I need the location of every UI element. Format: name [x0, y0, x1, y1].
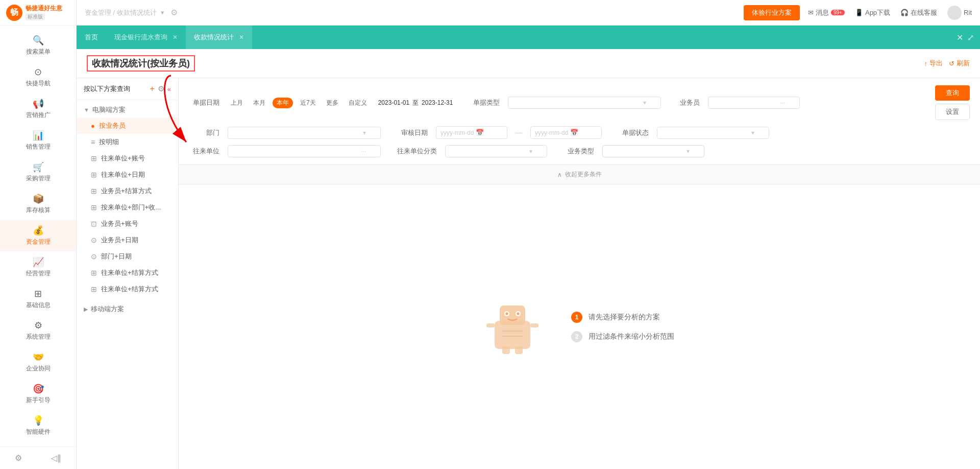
sidebar-label-operations: 经营管理: [26, 269, 51, 278]
dept-date-icon: ⊙: [91, 252, 97, 261]
main-area: 资金管理 / 收款情况统计 ▾ ⚙ 体验行业方案 ✉ 消息 99+ 📱 App下…: [77, 0, 980, 469]
finance-icon: 💰: [33, 225, 44, 236]
collapse-sidebar-icon[interactable]: ◁∥: [51, 453, 61, 463]
tab-home[interactable]: 首页: [77, 26, 106, 49]
partner-class-select[interactable]: ▾: [445, 145, 547, 157]
scheme-item-salesperson-settlement[interactable]: ⊞ 业务员+结算方式: [77, 183, 178, 199]
date-btn-7days[interactable]: 近7天: [297, 98, 319, 108]
logo-icon: 畅: [6, 5, 22, 21]
salesperson-dots[interactable]: ···: [780, 99, 785, 106]
scheme-settings-icon[interactable]: ⚙: [158, 84, 164, 93]
breadcrumb-dropdown-icon[interactable]: ▾: [161, 9, 164, 16]
scheme-item-dept-date[interactable]: ⊙ 部门+日期: [77, 248, 178, 265]
empty-steps: 1 请先选择要分析的方案 2 用过滤条件来缩小分析范围: [571, 312, 674, 342]
review-date-label: 审核日期: [397, 128, 428, 137]
sidebar-item-operations[interactable]: 📈 经营管理: [0, 251, 76, 283]
scheme-group-mobile: ▶ 移动端方案: [77, 299, 178, 319]
service-label: 在线客服: [911, 8, 937, 17]
collection-stats-tab-label: 收款情况统计: [194, 33, 234, 42]
add-scheme-icon[interactable]: +: [150, 84, 154, 93]
sidebar-label-purchase: 采购管理: [26, 174, 51, 183]
review-date-to[interactable]: yyyy-mm-dd 📅: [530, 126, 602, 139]
scheme-item-salesperson-account[interactable]: ⊡ 业务员+账号: [77, 216, 178, 232]
sidebar-item-search-menu[interactable]: 🔍 搜索菜单: [0, 30, 76, 61]
scheme-item-partner-settlement1[interactable]: ⊞ 往来单位+结算方式: [77, 265, 178, 281]
sidebar-label-system: 系统管理: [26, 333, 51, 341]
left-panel-header-text: 按以下方案查询: [84, 84, 130, 93]
refresh-icon: ↺: [949, 60, 954, 67]
app-download-label: App下载: [865, 8, 890, 17]
scheme-item-partner-account[interactable]: ⊞ 往来单位+账号: [77, 150, 178, 167]
doc-status-label: 单据状态: [618, 128, 649, 137]
breadcrumb-text: 资金管理 / 收款情况统计: [85, 8, 157, 17]
biz-type-select[interactable]: ▾: [602, 145, 704, 157]
app-download-item[interactable]: 📱 App下载: [855, 8, 890, 17]
collapse-more-btn[interactable]: ∧ 收起更多条件: [179, 165, 980, 184]
sidebar-item-wechat[interactable]: 💬 企业微信: [0, 441, 76, 447]
partner-select[interactable]: ···: [228, 145, 381, 157]
message-item[interactable]: ✉ 消息 99+: [808, 8, 845, 17]
sidebar-nav: 🔍 搜索菜单 ⊙ 快捷导航 📢 营销推广 📊 销售管理 🛒 采购管理 📦 库存核…: [0, 26, 76, 447]
sidebar-label-marketing: 营销推广: [26, 111, 51, 120]
refresh-btn[interactable]: ↺ 刷新: [949, 59, 970, 68]
sidebar-item-sales[interactable]: 📊 销售管理: [0, 125, 76, 156]
scheme-item-salesperson-date[interactable]: ⊙ 业务员+日期: [77, 232, 178, 248]
doc-status-select[interactable]: ▾: [657, 127, 769, 139]
scheme-group-header-desktop[interactable]: ▼ 电脑端方案: [77, 102, 178, 118]
settings-bottom-icon[interactable]: ⚙: [15, 453, 22, 463]
filter-row-3: 往来单位 ··· 往来单位分类 ▾ 业务类型: [189, 145, 970, 157]
scheme-item-by-salesperson[interactable]: ● 按业务员: [77, 118, 178, 134]
date-btn-last-month[interactable]: 上月: [228, 98, 246, 108]
user-item[interactable]: Rit: [947, 6, 972, 20]
doc-type-select[interactable]: ▾: [508, 97, 661, 109]
export-btn[interactable]: ↑ 导出: [924, 59, 943, 68]
date-btn-custom[interactable]: 自定义: [346, 98, 370, 108]
date-picker-to-icon[interactable]: 📅: [570, 129, 578, 136]
online-service-item[interactable]: 🎧 在线客服: [900, 8, 937, 17]
sidebar-item-inventory[interactable]: 📦 库存核算: [0, 188, 76, 220]
date-picker-from-icon[interactable]: 📅: [476, 129, 484, 136]
date-btn-more[interactable]: 更多: [323, 98, 341, 108]
scheme-item-partner-settlement2[interactable]: ⊞ 往来单位+结算方式: [77, 281, 178, 297]
right-panel: 单据日期 上月 本月 本年 近7天 更多 自定义 2023-01-01 至: [179, 78, 980, 469]
scheme-item-partner-date[interactable]: ⊞ 往来单位+日期: [77, 167, 178, 183]
svg-rect-11: [515, 346, 523, 354]
date-btn-this-year[interactable]: 本年: [273, 98, 293, 108]
scheme-group-header-mobile[interactable]: ▶ 移动端方案: [77, 301, 178, 317]
review-date-to-text: yyyy-mm-dd: [535, 129, 568, 136]
search-menu-icon: 🔍: [33, 35, 44, 46]
tabbar-maximize-icon[interactable]: ⤢: [967, 33, 974, 42]
sidebar-item-purchase[interactable]: 🛒 采购管理: [0, 156, 76, 188]
sidebar-item-marketing[interactable]: 📢 营销推广: [0, 93, 76, 125]
topbar-settings-icon[interactable]: ⚙: [170, 8, 178, 17]
sidebar-item-system[interactable]: ⚙ 系统管理: [0, 315, 76, 346]
trial-btn[interactable]: 体验行业方案: [744, 5, 800, 20]
sidebar-item-guide[interactable]: 🎯 新手引导: [0, 378, 76, 410]
scheme-collapse-icon[interactable]: «: [167, 85, 171, 93]
dept-select[interactable]: ▾: [228, 127, 381, 139]
partner-dots[interactable]: ···: [361, 148, 366, 155]
sidebar: 畅 畅捷通好生意 标准版 🔍 搜索菜单 ⊙ 快捷导航 📢 营销推广 📊 销售管理…: [0, 0, 77, 469]
settings-btn[interactable]: 设置: [935, 104, 970, 120]
tabbar-close-icon[interactable]: ✕: [957, 33, 963, 42]
tab-close-bank-flow[interactable]: ✕: [173, 34, 178, 41]
review-date-from-text: yyyy-mm-dd: [440, 129, 474, 136]
scheme-item-by-partner-dept[interactable]: ⊞ 按来单位+部门+收...: [77, 199, 178, 216]
sidebar-item-quick-nav[interactable]: ⊙ 快捷导航: [0, 61, 76, 93]
filter-area: 单据日期 上月 本月 本年 近7天 更多 自定义 2023-01-01 至: [179, 78, 980, 165]
sidebar-item-smart-hw[interactable]: 💡 智能硬件: [0, 410, 76, 441]
review-date-from[interactable]: yyyy-mm-dd 📅: [436, 126, 507, 139]
salesperson-select[interactable]: ···: [708, 97, 800, 109]
date-btn-this-month[interactable]: 本月: [250, 98, 268, 108]
scheme-item-by-detail[interactable]: ≡ 按明细: [77, 134, 178, 150]
empty-illustration: [484, 295, 541, 357]
query-btn[interactable]: 查询: [935, 85, 970, 101]
sidebar-item-finance[interactable]: 💰 资金管理: [0, 220, 76, 251]
collapse-icon: ∧: [557, 171, 562, 178]
tab-close-collection-stats[interactable]: ✕: [239, 34, 244, 41]
sidebar-item-enterprise[interactable]: 🤝 企业协同: [0, 346, 76, 378]
sidebar-label-finance: 资金管理: [26, 238, 51, 246]
tab-collection-stats[interactable]: 收款情况统计 ✕: [186, 26, 252, 49]
tab-bank-flow[interactable]: 现金银行流水查询 ✕: [106, 26, 186, 49]
sidebar-item-basic-info[interactable]: ⊞ 基础信息: [0, 283, 76, 315]
